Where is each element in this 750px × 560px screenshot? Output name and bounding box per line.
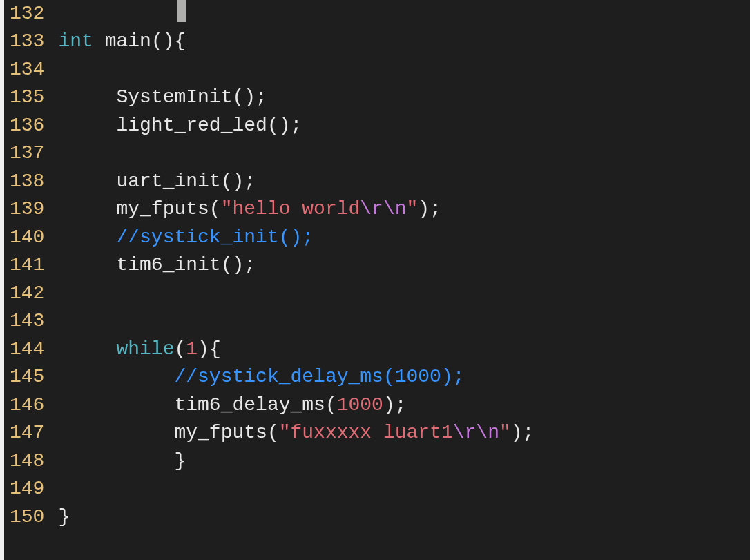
line-number: 143 [10,308,44,336]
line-number-gutter: 1321331341351361371381391401411421431441… [4,0,52,560]
code-token: ); [511,419,535,447]
code-token: (); [221,168,256,196]
code-token: \r\n [453,419,499,447]
line-number: 136 [10,112,44,140]
line-number: 141 [10,252,44,280]
code-line[interactable]: //systick_init(); [58,224,750,252]
code-line[interactable]: uart_init(); [58,168,750,196]
line-number: 133 [10,28,44,57]
code-token: "hello world [221,195,360,224]
line-number: 142 [10,280,44,308]
code-line[interactable]: tim6_init(); [58,252,750,280]
code-token: int [58,28,93,56]
code-token: //systick_delay_ms(1000); [174,363,464,392]
line-number: 137 [10,140,44,168]
code-token [58,419,174,447]
line-number: 138 [10,168,44,196]
code-token: } [174,447,186,476]
code-token: ); [418,195,441,224]
code-token: ); [383,392,407,420]
code-line[interactable]: //systick_delay_ms(1000); [58,364,750,392]
code-token: ){ [198,336,221,364]
code-token: SystemInit [116,84,232,112]
code-line[interactable] [58,140,750,168]
code-token [58,363,174,392]
code-area[interactable]: int main(){ SystemInit(); light_red_led(… [52,0,750,560]
code-token [58,251,116,280]
code-token [58,84,116,112]
line-number: 145 [10,364,44,392]
line-number: 134 [10,56,44,84]
code-token: main [105,28,151,56]
code-token: while [116,336,174,364]
code-token [58,168,116,196]
code-line[interactable]: tim6_delay_ms(1000); [58,392,750,420]
code-token: tim6_delay_ms [174,392,325,420]
code-token: my_fputs [116,195,209,224]
line-number: 135 [10,84,44,113]
code-token: 1000 [337,392,383,420]
code-line[interactable] [58,56,750,84]
line-number: 148 [10,447,44,476]
code-token: tim6_init [116,251,220,280]
code-token: uart_init [116,168,220,196]
code-token: (); [221,251,256,280]
code-token: light_red_led [116,112,267,140]
line-number: 140 [10,224,44,252]
code-line[interactable] [58,476,750,504]
code-token: (); [232,84,267,112]
code-token: " [499,419,511,447]
code-token: ( [325,392,337,420]
code-line[interactable]: while(1){ [58,336,750,364]
code-line[interactable]: int main(){ [58,28,750,57]
line-number: 132 [10,0,44,28]
code-token: "fuxxxxx luart1 [279,419,453,447]
code-token: ( [209,195,221,224]
code-token [58,392,174,420]
code-token: my_fputs [174,419,267,447]
code-token: ( [267,419,279,447]
code-token: (){ [151,28,186,56]
line-number: 150 [10,503,44,532]
code-token [58,112,116,140]
code-line[interactable]: } [58,447,750,476]
code-line[interactable]: light_red_led(); [58,112,750,140]
line-number: 139 [10,196,44,224]
code-line[interactable]: SystemInit(); [58,84,750,113]
code-token: (); [267,112,302,140]
code-line[interactable] [58,280,750,308]
code-line[interactable]: my_fputs("fuxxxxx luart1\r\n"); [58,420,750,448]
code-line[interactable] [58,308,750,336]
code-token: 1 [186,336,198,364]
code-token: " [407,195,419,224]
code-line[interactable]: my_fputs("hello world\r\n"); [58,196,750,224]
code-token [93,28,105,56]
code-token: } [58,503,70,532]
code-token: //systick_init(); [116,224,314,252]
code-token: \r\n [360,195,406,224]
code-token [58,447,174,476]
code-token: ( [174,336,186,364]
line-number: 147 [10,420,44,448]
line-number: 144 [10,336,44,364]
text-cursor [177,0,186,22]
code-token [58,224,116,252]
code-line[interactable] [58,0,750,28]
line-number: 149 [10,476,44,504]
code-token [58,195,116,224]
code-token [58,336,116,364]
code-editor[interactable]: 1321331341351361371381391401411421431441… [4,0,750,560]
line-number: 146 [10,392,44,420]
code-line[interactable]: } [58,503,750,532]
